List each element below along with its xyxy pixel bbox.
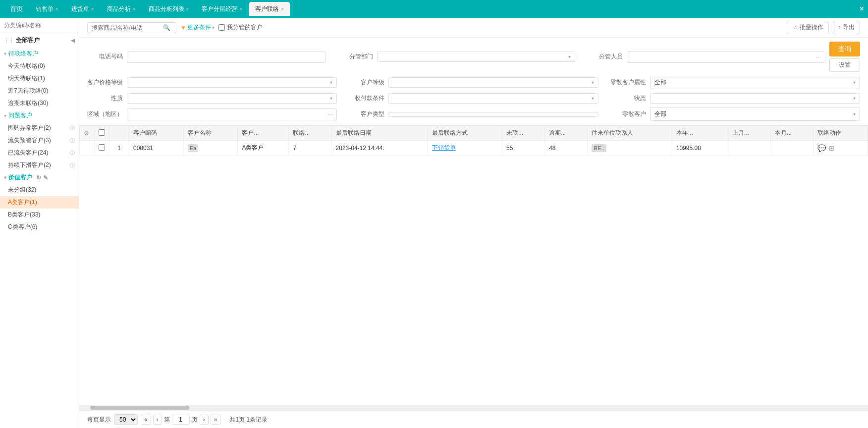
nav-tab-customer-mgmt[interactable]: 客户分层经营 × (196, 2, 248, 16)
content-area: 🔍 ▼ 更多条件 ▾ 我分管的客户 ☑ 批量操作 ↑ 导出 (79, 18, 868, 428)
nav-tab-analysis-list[interactable]: 商品分析列表 × (143, 2, 195, 16)
row-lastmethod-cell[interactable]: 下销货单 (428, 141, 502, 156)
close-analysis-list-tab[interactable]: × (186, 6, 189, 12)
horizontal-scrollbar[interactable] (79, 405, 868, 411)
row-action-comment-icon[interactable]: 💬 (817, 144, 826, 152)
page-end: 页 (192, 416, 198, 424)
sidebar-item-declining[interactable]: 持续下滑客户(2) ⓘ (0, 159, 79, 171)
sidebar-item-tomorrow[interactable]: 明天待联络(1) (0, 72, 79, 85)
nav-tab-sales[interactable]: 销售单 × (30, 2, 64, 16)
sidebar-item-warning[interactable]: 流失预警客户(3) ⓘ (0, 134, 79, 147)
payment-label: 收付款条件 (349, 94, 384, 103)
region-select[interactable]: ··· (127, 108, 337, 120)
sidebar-search-input[interactable] (4, 22, 78, 29)
col-lastdate-header[interactable]: 最后联络日期 (331, 126, 428, 141)
sidebar-item-7days[interactable]: 近7天待联络(0) (0, 85, 79, 97)
col-lastmethod-header[interactable]: 最后联络方式 (428, 126, 502, 141)
customer-level-select[interactable]: ▾ (388, 77, 598, 88)
more-conditions-btn[interactable]: ▼ 更多条件 ▾ (180, 23, 215, 32)
nav-home[interactable]: 首页 (4, 4, 29, 13)
col-thismonth-header[interactable]: 本月... (771, 126, 814, 141)
export-button[interactable]: ↑ 导出 (833, 21, 860, 34)
sidebar-item-lost[interactable]: 已流失客户(24) ⓘ (0, 147, 79, 159)
sidebar-group-value-refresh[interactable]: ↻ (36, 174, 41, 181)
close-analysis-tab[interactable]: × (133, 6, 136, 12)
sidebar-all-customers[interactable]: ⋮⋮ 全部客户 ◀ (0, 33, 79, 48)
col-action-header: 联络动作 (814, 126, 868, 141)
col-uncontacted-header[interactable]: 未联... (502, 126, 545, 141)
close-all-tabs[interactable]: × (860, 4, 864, 13)
sidebar-item-a-class[interactable]: A类客户(1) (0, 196, 79, 209)
retail-customer-label: 零散客户 (610, 110, 646, 118)
query-button[interactable]: 查询 (829, 42, 860, 56)
customer-type-select[interactable] (388, 112, 598, 117)
my-customers-checkbox[interactable] (218, 24, 225, 31)
dept-select[interactable]: ▾ (377, 52, 576, 62)
sidebar-item-c-class[interactable]: C类客户(6) (0, 221, 79, 233)
filter-search-icon[interactable]: 🔍 (163, 24, 170, 31)
payment-select[interactable]: ▾ (388, 93, 598, 104)
col-setting-header[interactable]: ⚙ (80, 126, 95, 141)
prev-page-btn[interactable]: ‹ (153, 415, 162, 425)
filter-search-input[interactable] (92, 24, 161, 31)
filter-cell-price-level: 客户价格等级 ▾ (87, 77, 337, 88)
sidebar-item-ungrouped[interactable]: 未分组(32) (0, 184, 79, 196)
row-no-cell: 1 (109, 141, 129, 156)
row-checkbox[interactable] (99, 144, 105, 151)
pagination: 每页显示 50 « ‹ 第 页 › » 共1页 1条记录 (87, 414, 268, 425)
close-customer-mgmt-tab[interactable]: × (239, 6, 242, 12)
row-thismonth-cell (771, 141, 814, 156)
filter-cell-customer-type: 客户类型 (349, 110, 598, 118)
sidebar-item-overdue[interactable]: 逾期未联络(30) (0, 97, 79, 109)
col-check-header[interactable] (95, 126, 109, 141)
phone-input[interactable] (127, 51, 326, 63)
close-sales-tab[interactable]: × (55, 6, 58, 12)
sidebar-item-today[interactable]: 今天待联络(0) (0, 60, 79, 72)
nav-tab-purchase[interactable]: 进货单 × (65, 2, 100, 16)
filter-cell-retail-customer: 零散客户 全部▾ (610, 107, 860, 121)
filter-row-3: 性质 ▾ 收付款条件 ▾ 状态 ▾ (87, 93, 860, 104)
sidebar-item-abnormal[interactable]: 囤购异常客户(2) ⓘ (0, 122, 79, 134)
retail-attr-select[interactable]: 全部▾ (650, 76, 860, 89)
sidebar-item-b-class[interactable]: B类客户(33) (0, 209, 79, 221)
nature-select[interactable]: ▾ (127, 93, 337, 104)
row-action-link-icon[interactable]: ⊞ (829, 144, 835, 152)
price-level-select[interactable]: ▾ (127, 77, 337, 88)
sidebar-group-pending[interactable]: ▾ 待联络客户 (0, 48, 79, 60)
settings-button[interactable]: 设置 (829, 58, 860, 72)
person-select[interactable]: ··· (627, 51, 825, 63)
total-text: 共1页 1条记录 (229, 416, 268, 424)
sidebar-group-value[interactable]: ▾ 价值客户 ↻ ✎ (0, 171, 79, 184)
col-contacts-header[interactable]: 往来单位联系人 (588, 126, 672, 141)
nav-tab-customer-contact[interactable]: 客户联络 × (249, 2, 290, 16)
row-check-cell[interactable] (95, 141, 109, 156)
col-level-header[interactable]: 客户... (238, 126, 289, 141)
nav-tab-analysis[interactable]: 商品分析 × (101, 2, 142, 16)
next-page-btn[interactable]: › (200, 415, 209, 425)
col-overdue-header[interactable]: 逾期... (545, 126, 588, 141)
per-page-select[interactable]: 50 (114, 414, 138, 425)
filter-cell-customer-level: 客户等级 ▾ (349, 77, 598, 88)
col-code-header[interactable]: 客户编码 (129, 126, 184, 141)
close-customer-contact-tab[interactable]: × (281, 6, 284, 12)
col-thisyear-header[interactable]: 本年... (672, 126, 728, 141)
first-page-btn[interactable]: « (141, 415, 151, 425)
last-page-btn[interactable]: » (211, 415, 221, 425)
sidebar-collapse-icon[interactable]: ◀ (71, 38, 75, 43)
sidebar-group-value-actions: ↻ ✎ (36, 174, 48, 181)
col-lastmonth-header[interactable]: 上月... (728, 126, 770, 141)
status-select[interactable]: ▾ (650, 93, 860, 104)
col-name-header[interactable]: 客户名称 (183, 126, 238, 141)
scrollbar-thumb[interactable] (90, 406, 189, 410)
close-purchase-tab[interactable]: × (91, 6, 94, 12)
page-input[interactable] (172, 415, 190, 425)
filter-cell-status: 状态 ▾ (610, 93, 860, 104)
retail-customer-select[interactable]: 全部▾ (650, 107, 860, 121)
sidebar-group-problem[interactable]: ▾ 问题客户 (0, 109, 79, 122)
top-nav: 首页 销售单 × 进货单 × 商品分析 × 商品分析列表 × 客户分层经营 × … (0, 0, 868, 18)
filter-cell-nature: 性质 ▾ (87, 93, 337, 104)
select-all-checkbox[interactable] (99, 129, 105, 136)
sidebar-group-value-edit[interactable]: ✎ (43, 174, 48, 181)
batch-op-button[interactable]: ☑ 批量操作 (787, 21, 828, 34)
col-contact-header[interactable]: 联络... (289, 126, 331, 141)
